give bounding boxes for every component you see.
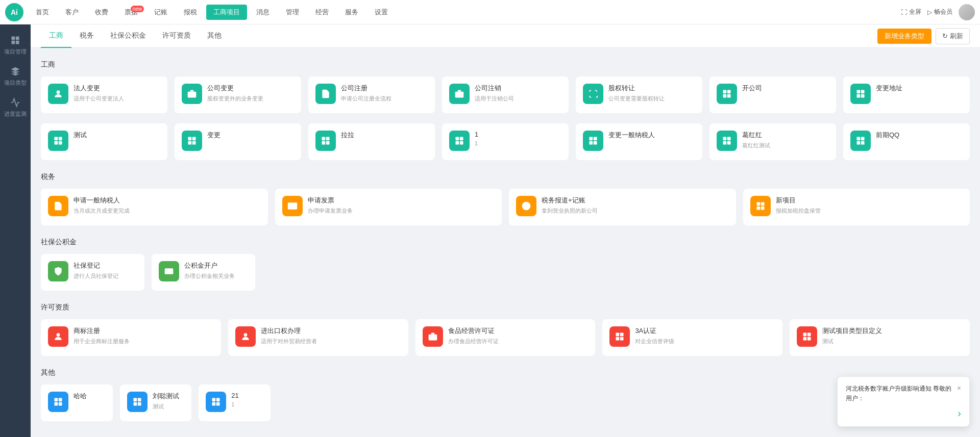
svg-rect-45 [287, 202, 297, 209]
svg-rect-50 [756, 207, 760, 210]
refresh-button[interactable]: ↻ 刷新 [936, 28, 970, 44]
card-haha[interactable]: 哈哈 [41, 384, 113, 421]
open-company-icon [717, 84, 737, 104]
new-type-button[interactable]: 新增业务类型 [877, 29, 932, 44]
card-fund-account[interactable]: 公积金开户 办理公积金相关业务 [152, 254, 255, 291]
notification-text: 河北税务数字账户升级影响通知 尊敬的用户： [846, 384, 953, 403]
fullscreen-btn[interactable]: ⛶ 全屏 [901, 8, 921, 16]
tab-header: 工商 税务 社保公积金 许可资质 其他 新增业务类型 ↻ 刷新 [31, 24, 980, 48]
tab-license[interactable]: 许可资质 [154, 24, 199, 48]
svg-rect-61 [807, 333, 811, 337]
card-info: 申请发票 办理申请发票业务 [308, 196, 495, 215]
svg-rect-39 [857, 137, 861, 141]
nav-item-bookkeeping[interactable]: 记账 [147, 5, 175, 20]
svg-rect-18 [59, 141, 62, 145]
svg-point-53 [57, 333, 60, 337]
card-info: 法人变更 适用于公司变更法人 [74, 84, 160, 102]
card-legal-person-change[interactable]: 法人变更 适用于公司变更法人 [41, 76, 167, 113]
sidebar-item-progress[interactable]: 进度监测 [0, 92, 31, 123]
nav-item-ticket[interactable]: 票据new [117, 5, 145, 20]
card-food-license[interactable]: 食品经营许可证 办理食品经营许可证 [415, 319, 596, 356]
card-info: 拉拉 [341, 131, 428, 142]
nav-item-fee[interactable]: 收费 [88, 5, 115, 20]
nav-item-service[interactable]: 服务 [338, 5, 365, 20]
nav-item-operation[interactable]: 经营 [308, 5, 336, 20]
tax-cards: 申请一般纳税人 当月或次月成变更完成 申请发票 办理申请发票业务 [41, 189, 970, 225]
section-title-license: 许可资质 [41, 303, 970, 312]
card-apply-invoice[interactable]: 申请发票 办理申请发票业务 [275, 189, 502, 225]
liucong-icon [127, 392, 148, 412]
card-1[interactable]: 1 1 [442, 123, 569, 160]
svg-rect-1 [16, 37, 19, 40]
svg-rect-62 [803, 337, 807, 341]
card-liucong-test[interactable]: 刘聪测试 测试 [120, 384, 192, 421]
card-company-change[interactable]: 公司变更 股权变更外的业务变更 [175, 76, 301, 113]
card-qq[interactable]: 前期QQ [843, 123, 970, 160]
nav-item-settings[interactable]: 设置 [368, 5, 395, 20]
card-info: 测试项目类型目定义 测试 [822, 326, 963, 345]
sidebar: 项目管理 项目类型 进度监测 [0, 24, 31, 437]
sidebar-item-project-manage[interactable]: 项目管理 [0, 30, 31, 61]
industry-cards-row2: 测试 变更 [41, 123, 970, 160]
card-3a-cert[interactable]: 3A认证 对企业信誉评级 [602, 319, 782, 356]
svg-rect-17 [55, 141, 58, 145]
member-btn[interactable]: ▷ 畅会员 [927, 8, 952, 16]
notification-close-btn[interactable]: × [957, 384, 961, 392]
company-register-icon [315, 84, 336, 104]
card-social-register[interactable]: 社保登记 进行人员社保登记 [41, 254, 144, 291]
section-title-industry: 工商 [41, 60, 970, 69]
food-license-icon [423, 326, 443, 347]
card-info: 刘聪测试 测试 [153, 392, 185, 410]
nav-item-home[interactable]: 首页 [29, 5, 56, 20]
change-taxpayer-icon [583, 131, 603, 151]
card-lala[interactable]: 拉拉 [308, 123, 435, 160]
card-import-export[interactable]: 进出口权办理 适用于对外贸易经营者 [228, 319, 408, 356]
card-21[interactable]: 21 1 [199, 384, 271, 421]
card-open-company[interactable]: 开公司 [709, 76, 836, 113]
nav-item-tax[interactable]: 报税 [177, 5, 204, 20]
company-cancel-icon [449, 84, 470, 104]
card-change2[interactable]: 变更 [175, 123, 301, 160]
sidebar-item-project-type[interactable]: 项目类型 [0, 61, 31, 92]
nav-item-industry[interactable]: 工商项目 [206, 5, 247, 20]
card-tax-reporting[interactable]: 税务报道+记账 拿到营业执照的新公司 [509, 189, 736, 225]
nav-item-manage[interactable]: 管理 [279, 5, 306, 20]
card-equity-transfer[interactable]: 股权转让 公司变更需要股权转让 [576, 76, 702, 113]
trademark-icon [48, 326, 68, 347]
nav-item-customer[interactable]: 客户 [58, 5, 86, 20]
card-new-project[interactable]: 新项目 报税加税控盘保管 [743, 189, 970, 225]
svg-rect-30 [460, 141, 463, 145]
svg-rect-52 [165, 268, 174, 274]
card-test-type[interactable]: 测试项目类型目定义 测试 [790, 319, 970, 356]
svg-rect-71 [137, 402, 141, 406]
card-trademark[interactable]: 商标注册 用于企业商标注册服务 [41, 319, 221, 356]
3a-cert-icon [609, 326, 630, 347]
svg-rect-74 [212, 402, 216, 406]
svg-rect-34 [594, 141, 597, 145]
card-apply-taxpayer[interactable]: 申请一般纳税人 当月或次月成变更完成 [41, 189, 268, 225]
user-avatar[interactable] [959, 4, 975, 20]
notification-popup: 河北税务数字账户升级影响通知 尊敬的用户： × › [837, 376, 970, 427]
card-info: 变更地址 [876, 84, 963, 95]
card-info: 葛红红 葛红红测试 [742, 131, 829, 149]
svg-rect-2 [12, 41, 15, 44]
nav-item-message[interactable]: 消息 [249, 5, 277, 20]
svg-rect-51 [761, 207, 764, 210]
svg-rect-65 [59, 398, 62, 402]
card-info: 哈哈 [74, 392, 106, 403]
svg-rect-20 [192, 137, 196, 141]
card-test[interactable]: 测试 [41, 123, 167, 160]
tab-industry[interactable]: 工商 [41, 24, 71, 48]
tab-social-security[interactable]: 社保公积金 [102, 24, 154, 48]
svg-rect-59 [620, 337, 624, 341]
card-company-cancel[interactable]: 公司注销 适用于注销公司 [442, 76, 569, 113]
card-gehonghong[interactable]: 葛红红 葛红红测试 [709, 123, 836, 160]
card-change-taxpayer[interactable]: 变更一般纳税人 [576, 123, 702, 160]
tab-other[interactable]: 其他 [199, 24, 230, 48]
tab-tax[interactable]: 税务 [71, 24, 102, 48]
svg-rect-68 [133, 398, 137, 402]
svg-rect-66 [55, 402, 58, 406]
card-company-register[interactable]: 公司注册 申请公司注册全流程 [308, 76, 435, 113]
apply-invoice-icon [282, 196, 303, 216]
card-change-address[interactable]: 变更地址 [843, 76, 970, 113]
